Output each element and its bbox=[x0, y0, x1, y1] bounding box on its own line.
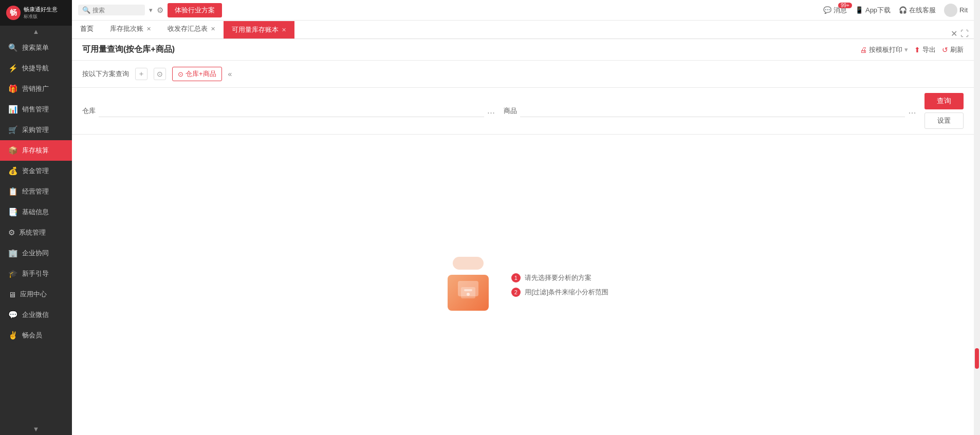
scheme-label: 仓库+商品 bbox=[186, 69, 216, 79]
sidebar-nav: 🔍 搜索菜单 ⚡ 快捷导航 🎁 营销推广 📊 销售管理 🛒 采购管理 📦 库存核… bbox=[0, 37, 72, 423]
tip-num-1: 1 bbox=[511, 273, 521, 282]
right-scrollbar[interactable] bbox=[974, 0, 980, 435]
logo-badge: 标准版 bbox=[24, 13, 58, 20]
sidebar-item-label: 应用中心 bbox=[20, 290, 47, 299]
topbar: 🔍 ▾ ⚙ 体验行业方案 💬 消息 99+ 📱 App下载 🎧 在线客服 Rit bbox=[72, 0, 974, 21]
close-receive-summary-icon[interactable]: ✕ bbox=[211, 26, 215, 32]
sidebar-item-label: 搜索菜单 bbox=[22, 43, 49, 52]
sidebar-item-label: 快捷导航 bbox=[22, 64, 49, 73]
close-batch-account-icon[interactable]: ✕ bbox=[146, 26, 151, 32]
svg-rect-0 bbox=[461, 287, 475, 298]
product-filter: 商品 … bbox=[504, 105, 917, 117]
tab-available-ledger-label: 可用量库存账本 bbox=[232, 25, 279, 34]
maximize-icon[interactable]: ⛶ bbox=[960, 29, 969, 39]
sidebar-item-marketing[interactable]: 🎁 营销推广 bbox=[0, 79, 72, 99]
scroll-down-btn[interactable]: ▼ bbox=[0, 423, 72, 435]
query-button[interactable]: 查询 bbox=[924, 93, 964, 109]
refresh-btn[interactable]: ↺ 刷新 bbox=[942, 45, 964, 54]
print-label: 按模板打印 bbox=[869, 45, 902, 54]
dropdown-arrow-icon[interactable]: ▾ bbox=[149, 6, 153, 14]
logo-name: 畅康通好生意 bbox=[24, 6, 58, 13]
app-download-btn[interactable]: 📱 App下载 bbox=[855, 6, 891, 15]
tabbar-actions: ✕ ⛶ bbox=[946, 29, 974, 39]
setting-button[interactable]: 设置 bbox=[924, 112, 964, 129]
page-actions: 🖨 按模板打印 ▾ ⬆ 导出 ↺ 刷新 bbox=[860, 45, 964, 54]
search-icon: 🔍 bbox=[82, 6, 90, 14]
sidebar-item-enterprise[interactable]: 🏢 企业协同 bbox=[0, 243, 72, 263]
enterprise-icon: 🏢 bbox=[8, 249, 18, 258]
onboarding-icon: 🎓 bbox=[8, 269, 18, 278]
sidebar: 畅 畅康通好生意 标准版 ▲ 🔍 搜索菜单 ⚡ 快捷导航 🎁 营销推广 📊 销售… bbox=[0, 0, 72, 435]
gear-icon[interactable]: ⚙ bbox=[157, 6, 163, 15]
quick-nav-icon: ⚡ bbox=[8, 64, 18, 73]
tab-receive-summary-label: 收发存汇总表 bbox=[168, 24, 208, 33]
sidebar-item-operations[interactable]: 📋 经营管理 bbox=[0, 181, 72, 202]
message-badge: 99+ bbox=[838, 3, 852, 8]
finance-icon: 💰 bbox=[8, 166, 18, 176]
scheme-icon: ⊙ bbox=[178, 70, 183, 78]
app-icon: 📱 bbox=[855, 6, 863, 14]
export-btn[interactable]: ⬆ 导出 bbox=[914, 45, 936, 54]
sidebar-item-membership[interactable]: ✌ 畅会员 bbox=[0, 325, 72, 346]
sidebar-item-label: 新手引导 bbox=[22, 269, 49, 278]
operations-icon: 📋 bbox=[8, 187, 18, 196]
industry-btn[interactable]: 体验行业方案 bbox=[168, 3, 222, 17]
warehouse-more-icon[interactable]: … bbox=[487, 106, 495, 116]
sidebar-item-basic-info[interactable]: 📑 基础信息 bbox=[0, 202, 72, 222]
logo-icon: 畅 bbox=[6, 6, 21, 20]
service-icon: 🎧 bbox=[899, 6, 907, 14]
sidebar-item-search[interactable]: 🔍 搜索菜单 bbox=[0, 37, 72, 58]
add-scheme-btn[interactable]: ＋ bbox=[135, 68, 147, 80]
scroll-up-btn[interactable]: ▲ bbox=[0, 26, 72, 37]
print-btn[interactable]: 🖨 按模板打印 ▾ bbox=[860, 45, 908, 54]
search-nav-icon: 🔍 bbox=[8, 43, 18, 52]
sidebar-item-label: 库存核算 bbox=[22, 146, 49, 155]
message-icon: 💬 bbox=[823, 6, 831, 14]
sidebar-item-label: 销售管理 bbox=[22, 105, 49, 114]
tab-available-ledger[interactable]: 可用量库存账本 ✕ bbox=[224, 21, 294, 39]
sidebar-item-finance[interactable]: 💰 资金管理 bbox=[0, 161, 72, 181]
sidebar-item-sales[interactable]: 📊 销售管理 bbox=[0, 99, 72, 120]
cloud-decoration bbox=[453, 257, 484, 270]
query-panel: 按以下方案查询 ＋ ⊙ ⊙ 仓库+商品 « bbox=[72, 61, 974, 88]
avatar bbox=[944, 4, 957, 17]
purchase-icon: 🛒 bbox=[8, 125, 18, 135]
sidebar-item-purchase[interactable]: 🛒 采购管理 bbox=[0, 120, 72, 140]
scheme-warehouse-product[interactable]: ⊙ 仓库+商品 bbox=[172, 67, 222, 81]
close-tab-icon[interactable]: ✕ bbox=[951, 29, 957, 39]
tab-batch-account[interactable]: 库存批次账 ✕ bbox=[102, 20, 159, 39]
settings-scheme-btn[interactable]: ⊙ bbox=[154, 68, 166, 80]
sidebar-item-inventory[interactable]: 📦 库存核算 bbox=[0, 140, 72, 161]
page-title: 可用量查询(按仓库+商品) bbox=[82, 44, 175, 55]
sidebar-item-onboarding[interactable]: 🎓 新手引导 bbox=[0, 263, 72, 284]
tab-receive-summary[interactable]: 收发存汇总表 ✕ bbox=[159, 20, 224, 39]
print-dropdown-icon[interactable]: ▾ bbox=[904, 46, 908, 53]
user-avatar-area[interactable]: Rit bbox=[944, 4, 968, 17]
empty-illustration bbox=[437, 254, 499, 316]
tip-num-2: 2 bbox=[511, 288, 521, 297]
sidebar-item-app-center[interactable]: 🖥 应用中心 bbox=[0, 284, 72, 305]
tab-home[interactable]: 首页 bbox=[72, 20, 102, 39]
tip-text-2: 用[过滤]条件来缩小分析范围 bbox=[525, 288, 608, 297]
inventory-icon: 📦 bbox=[8, 146, 18, 155]
tab-batch-account-label: 库存批次账 bbox=[110, 24, 143, 33]
product-input[interactable] bbox=[520, 105, 905, 117]
tip-text-1: 请先选择要分析的方案 bbox=[525, 273, 591, 282]
message-btn[interactable]: 💬 消息 99+ bbox=[823, 6, 847, 15]
sidebar-item-label: 经营管理 bbox=[22, 187, 49, 196]
search-input[interactable] bbox=[93, 7, 134, 14]
online-service-btn[interactable]: 🎧 在线客服 bbox=[899, 6, 936, 15]
sidebar-item-wechat[interactable]: 💬 企业微信 bbox=[0, 305, 72, 325]
sidebar-item-quick-nav[interactable]: ⚡ 快捷导航 bbox=[0, 58, 72, 79]
empty-tip-1: 1 请先选择要分析的方案 bbox=[511, 273, 608, 282]
close-available-ledger-icon[interactable]: ✕ bbox=[282, 27, 286, 33]
topbar-search-box[interactable]: 🔍 bbox=[78, 5, 145, 15]
box-face-svg bbox=[459, 285, 477, 300]
sidebar-item-system[interactable]: ⚙ 系统管理 bbox=[0, 222, 72, 243]
collapse-btn[interactable]: « bbox=[228, 70, 232, 78]
warehouse-input[interactable] bbox=[99, 105, 484, 117]
product-more-icon[interactable]: … bbox=[908, 106, 916, 116]
marketing-icon: 🎁 bbox=[8, 84, 18, 93]
sales-icon: 📊 bbox=[8, 105, 18, 114]
online-service-label: 在线客服 bbox=[909, 6, 936, 15]
